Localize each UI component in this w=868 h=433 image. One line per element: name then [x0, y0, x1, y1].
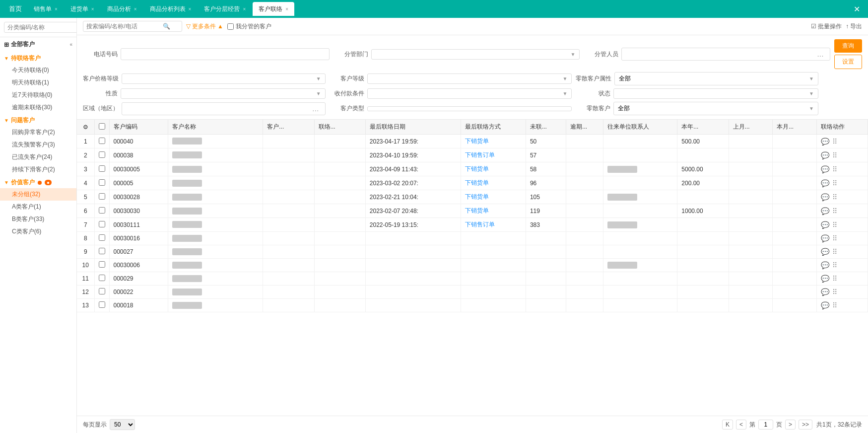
grid-action-icon[interactable]: ⠿: [832, 301, 837, 309]
tab-product-analysis[interactable]: 商品分析 ×: [101, 2, 143, 16]
row-checkbox[interactable]: [99, 261, 105, 268]
tab-purchase-order[interactable]: 进货单 ×: [65, 2, 100, 16]
close-icon[interactable]: ×: [55, 6, 58, 12]
row-checkbox[interactable]: [99, 179, 105, 186]
contact-method-link[interactable]: 下销货单: [465, 207, 489, 214]
status-select[interactable]: ▼: [613, 88, 818, 99]
row-checkbox[interactable]: [99, 288, 105, 294]
message-icon[interactable]: 💬: [821, 248, 829, 256]
th-checkbox[interactable]: [94, 120, 109, 135]
person-select[interactable]: …: [621, 48, 830, 61]
my-customers-check[interactable]: [227, 23, 234, 30]
retail-attr-select[interactable]: 全部 ▼: [614, 72, 818, 85]
close-icon[interactable]: ×: [91, 6, 94, 12]
payment-select[interactable]: ▼: [367, 88, 572, 99]
export-button[interactable]: ↑ 导出: [846, 22, 862, 31]
th-settings[interactable]: ⚙: [77, 120, 94, 135]
row-checkbox[interactable]: [99, 138, 105, 144]
row-checkbox[interactable]: [99, 207, 105, 214]
sidebar-search-input[interactable]: [4, 22, 77, 33]
grid-action-icon[interactable]: ⠿: [832, 165, 837, 173]
contact-method-link[interactable]: 下销货单: [465, 138, 489, 144]
grid-action-icon[interactable]: ⠿: [832, 179, 837, 187]
home-tab[interactable]: 首页: [4, 4, 27, 13]
select-all-checkbox[interactable]: [99, 123, 105, 130]
grid-action-icon[interactable]: ⠿: [832, 193, 837, 201]
contact-method-link[interactable]: 下销货单: [465, 179, 489, 186]
message-icon[interactable]: 💬: [821, 288, 829, 296]
sidebar-all-customers[interactable]: ⊞ 全部客户 «: [0, 37, 76, 52]
reset-button[interactable]: 设置: [834, 55, 862, 69]
sidebar-item-declining[interactable]: 持续下滑客户(2): [0, 163, 76, 176]
contact-method-link[interactable]: 下销售订单: [465, 151, 495, 158]
close-all-button[interactable]: ✕: [850, 4, 864, 14]
tab-customer-contact[interactable]: 客户联络 ×: [253, 2, 294, 16]
dept-select[interactable]: ▼: [371, 49, 580, 60]
close-icon[interactable]: ×: [189, 6, 192, 12]
message-icon[interactable]: 💬: [821, 151, 829, 159]
my-customers-checkbox[interactable]: 我分管的客户: [227, 22, 271, 31]
filter-search-input[interactable]: [86, 23, 161, 30]
sidebar-item-lost[interactable]: 已流失客户(24): [0, 151, 76, 163]
tab-product-analysis-list[interactable]: 商品分析列表 ×: [144, 2, 198, 16]
page-size-select[interactable]: 50 20 100: [110, 419, 135, 430]
tab-customer-stratification[interactable]: 客户分层经营 ×: [198, 2, 252, 16]
message-icon[interactable]: 💬: [821, 165, 829, 173]
next-page-button[interactable]: >: [785, 420, 796, 430]
row-checkbox[interactable]: [99, 275, 105, 281]
message-icon[interactable]: 💬: [821, 193, 829, 201]
message-icon[interactable]: 💬: [821, 234, 829, 242]
message-icon[interactable]: 💬: [821, 179, 829, 187]
grid-action-icon[interactable]: ⠿: [832, 288, 837, 296]
message-icon[interactable]: 💬: [821, 207, 829, 215]
region-select[interactable]: …: [122, 102, 326, 115]
sidebar-problem-section[interactable]: ▼ 问题客户: [0, 114, 76, 126]
close-icon[interactable]: ×: [285, 6, 288, 12]
close-icon[interactable]: ×: [134, 6, 137, 12]
customer-type-select[interactable]: [367, 106, 572, 111]
sidebar-item-churn-warning[interactable]: 流失预警客户(3): [0, 139, 76, 151]
sidebar-pending-contact-section[interactable]: ▼ 待联络客户: [0, 52, 76, 64]
message-icon[interactable]: 💬: [821, 275, 829, 283]
last-page-button[interactable]: >>: [799, 420, 812, 430]
sidebar-item-ungrouped[interactable]: 未分组(32): [0, 188, 76, 201]
sidebar-item-abnormal-repurchase[interactable]: 回购异常客户(2): [0, 126, 76, 139]
sidebar-item-today[interactable]: 今天待联络(0): [0, 64, 76, 76]
row-checkbox[interactable]: [99, 165, 105, 172]
prev-page-button[interactable]: <: [736, 420, 746, 430]
row-checkbox[interactable]: [99, 301, 105, 308]
batch-op-button[interactable]: ☑ 批量操作: [811, 22, 842, 31]
first-page-button[interactable]: K: [722, 420, 733, 430]
message-icon[interactable]: 💬: [821, 301, 829, 309]
sidebar-item-b-class[interactable]: B类客户(33): [0, 213, 76, 225]
contact-method-link[interactable]: 下销货单: [465, 193, 489, 200]
row-checkbox[interactable]: [99, 151, 105, 158]
search-icon[interactable]: 🔍: [163, 23, 170, 30]
sidebar-item-overdue[interactable]: 逾期未联络(30): [0, 101, 76, 114]
row-checkbox[interactable]: [99, 234, 105, 241]
price-level-select[interactable]: ▼: [122, 73, 326, 84]
contact-method-link[interactable]: 下销售订单: [465, 221, 495, 228]
more-icon[interactable]: …: [815, 50, 826, 58]
row-checkbox[interactable]: [99, 193, 105, 200]
sidebar-item-a-class[interactable]: A类客户(1): [0, 201, 76, 213]
close-icon[interactable]: ×: [243, 6, 246, 12]
row-checkbox[interactable]: [99, 248, 105, 254]
filter-search-box[interactable]: 🔍: [83, 21, 182, 32]
query-button[interactable]: 查询: [834, 39, 862, 53]
grid-action-icon[interactable]: ⠿: [832, 138, 837, 145]
contact-method-link[interactable]: 下销货单: [465, 165, 489, 172]
more-icon[interactable]: …: [310, 105, 321, 113]
grid-action-icon[interactable]: ⠿: [832, 151, 837, 159]
row-checkbox[interactable]: [99, 221, 105, 227]
sidebar-item-tomorrow[interactable]: 明天待联络(1): [0, 76, 76, 89]
grid-action-icon[interactable]: ⠿: [832, 248, 837, 256]
tab-sales-order[interactable]: 销售单 ×: [28, 2, 64, 16]
message-icon[interactable]: 💬: [821, 221, 829, 229]
grid-action-icon[interactable]: ⠿: [832, 207, 837, 215]
phone-input[interactable]: [121, 48, 330, 60]
customer-level-select[interactable]: ▼: [367, 73, 572, 84]
sidebar-item-7days[interactable]: 近7天待联络(0): [0, 89, 76, 101]
nature-select[interactable]: ▼: [121, 88, 326, 99]
more-conditions-button[interactable]: ▽ 更多条件 ▲: [186, 22, 223, 31]
